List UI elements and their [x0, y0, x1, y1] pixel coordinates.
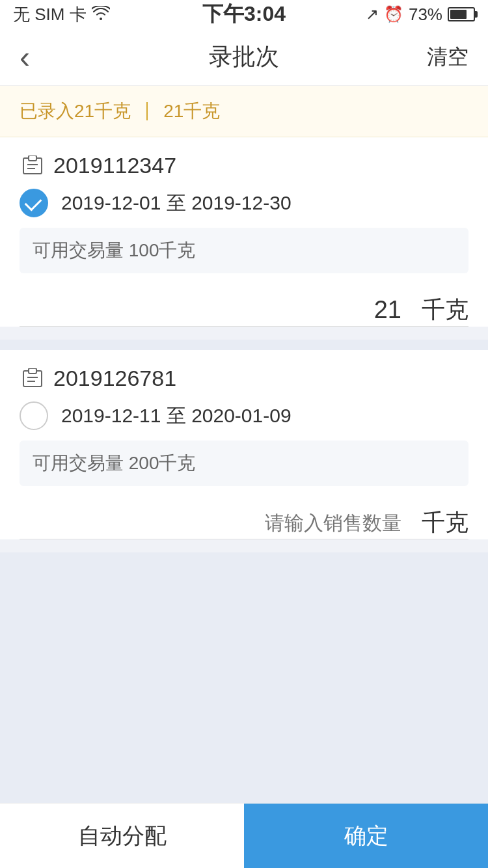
batch-header-2: 2019126781: [20, 366, 468, 391]
battery-percent: 73%: [409, 5, 442, 25]
batch-date-2: 2019-12-11 至 2020-01-09: [61, 403, 291, 429]
recorded-label: 已录入21千克: [20, 99, 131, 124]
svg-rect-5: [29, 368, 36, 373]
batch-item-2: 2019126781 2019-12-11 至 2020-01-09 可用交易量…: [0, 350, 488, 539]
status-bar: 无 SIM 卡 下午3:04 ↗ ⏰ 73%: [0, 0, 488, 29]
back-button[interactable]: ‹: [20, 39, 30, 75]
page-title: 录批次: [209, 41, 279, 73]
qty-divider-2: [20, 539, 468, 539]
footer: 自动分配 确定: [0, 803, 488, 868]
batch-date-1: 2019-12-01 至 2019-12-30: [61, 190, 291, 217]
radio-2[interactable]: [20, 401, 48, 430]
radio-1[interactable]: [20, 189, 48, 217]
batch-icon-2: [20, 367, 46, 390]
batch-date-row-1[interactable]: 2019-12-01 至 2019-12-30: [20, 189, 468, 217]
available-qty-2: 可用交易量 200千克: [20, 441, 468, 486]
carrier-label: 无 SIM 卡: [13, 3, 87, 26]
qty-unit-2: 千克: [422, 507, 468, 539]
qty-divider-1: [20, 326, 468, 327]
batch-icon-1: [20, 154, 46, 178]
status-left: 无 SIM 卡: [13, 3, 110, 26]
status-time: 下午3:04: [202, 0, 286, 29]
batch-date-row-2[interactable]: 2019-12-11 至 2020-01-09: [20, 401, 468, 430]
section-divider: [0, 340, 488, 350]
battery-icon: [448, 7, 475, 21]
qty-input-row-2: 千克: [20, 496, 468, 539]
location-icon: ↗: [366, 5, 379, 23]
qty-unit-1: 千克: [422, 294, 468, 326]
qty-input-1[interactable]: [314, 296, 411, 324]
nav-bar: ‹ 录批次 清空: [0, 29, 488, 86]
info-banner: 已录入21千克 21千克: [0, 86, 488, 137]
svg-rect-1: [29, 156, 36, 161]
available-qty-1: 可用交易量 100千克: [20, 228, 468, 273]
clear-button[interactable]: 清空: [427, 43, 468, 72]
batch-id-1: 2019112347: [53, 153, 176, 178]
batch-header-1: 2019112347: [20, 153, 468, 178]
bottom-area: [0, 552, 488, 826]
qty-input-row-1: 千克: [20, 284, 468, 326]
alarm-icon: ⏰: [384, 5, 403, 23]
confirm-button[interactable]: 确定: [244, 804, 488, 868]
batch-id-2: 2019126781: [53, 366, 176, 391]
recorded-value: 21千克: [163, 99, 220, 124]
wifi-icon: [92, 5, 110, 25]
batch-item-1: 2019112347 2019-12-01 至 2019-12-30 可用交易量…: [0, 137, 488, 327]
auto-distribute-button[interactable]: 自动分配: [0, 804, 244, 868]
banner-divider: [146, 102, 148, 120]
status-right: ↗ ⏰ 73%: [366, 5, 475, 25]
qty-input-2[interactable]: [216, 512, 411, 534]
